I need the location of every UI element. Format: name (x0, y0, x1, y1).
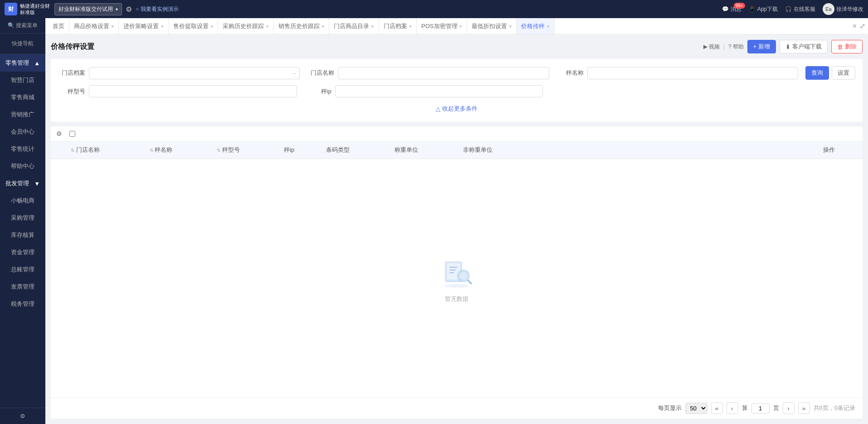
tab-price-settings[interactable]: 商品价格设置 × (69, 18, 119, 34)
video-link[interactable]: ▶ 视频 (703, 43, 720, 51)
sidebar-group-retail[interactable]: 零售管理 ▲ (0, 54, 45, 72)
sidebar-item-marketing[interactable]: 营销推广 (0, 106, 45, 123)
select-all-checkbox[interactable] (69, 131, 75, 137)
help-icon: ? (728, 43, 731, 50)
prev-page-button[interactable]: ‹ (727, 402, 738, 414)
topbar-settings-icon[interactable]: ⚙ (126, 5, 132, 14)
data-table: ⇅ 门店名称 ⇅ 秤名称 ⇅ 秤型号 秤ip 条码类型 称重单位 非称重单位 操… (51, 141, 863, 159)
page-title: 价格传秤设置 (51, 42, 94, 52)
sort-icon-3[interactable]: ⇅ (217, 148, 220, 153)
page-input[interactable] (751, 403, 770, 414)
tab-home[interactable]: 首页 (48, 18, 69, 34)
tab-pos-close[interactable]: × (459, 24, 462, 29)
sort-icon[interactable]: ⇅ (71, 148, 74, 153)
help-link[interactable]: ? 帮助 (728, 43, 744, 51)
tab-maximize-icon[interactable]: ⤢ (859, 22, 865, 30)
message-item[interactable]: 💬 消息 99+ (722, 5, 741, 13)
video-icon: ▶ (703, 43, 707, 50)
sidebar: 🔍 搜索菜单 快捷导航 零售管理 ▲ 智慧门店 零售商城 营销推广 会员中心 零… (0, 18, 45, 424)
scale-model-input[interactable] (89, 85, 297, 97)
sidebar-item-invoice[interactable]: 发票管理 (0, 278, 45, 295)
tab-sale-price-close[interactable]: × (210, 24, 213, 29)
sidebar-item-tax[interactable]: 税务管理 (0, 295, 45, 313)
tab-price-scale-label: 价格传秤 (521, 22, 545, 30)
per-page-select[interactable]: 50 (685, 403, 707, 414)
tab-close-all-icon[interactable]: × (853, 22, 857, 30)
tab-store-file[interactable]: 门店档案 × (379, 18, 417, 34)
tab-sale-history[interactable]: 销售历史价跟踪 × (274, 18, 329, 34)
settings-btn[interactable]: 设置 (832, 66, 855, 80)
sidebar-item-retail-stats[interactable]: 零售统计 (0, 140, 45, 158)
query-button[interactable]: 查询 (805, 66, 829, 80)
sidebar-item-help[interactable]: 帮助中心 (0, 158, 45, 175)
user-item[interactable]: Ea 徐泽华修改 (823, 3, 863, 15)
store-file-input[interactable] (89, 67, 300, 79)
last-page-button[interactable]: » (798, 402, 810, 414)
form-row-2: 秤型号 秤ip (58, 85, 855, 97)
tab-purchase-strategy[interactable]: 进价策略设置 × (119, 18, 168, 34)
tab-sale-history-label: 销售历史价跟踪 (278, 22, 320, 30)
sidebar-item-fund[interactable]: 资金管理 (0, 244, 45, 261)
download-icon: ⬇ (785, 43, 790, 50)
page-content: 价格传秤设置 ▶ 视频 | ? 帮助 + 新增 ⬇ (45, 34, 868, 424)
sidebar-quick-nav[interactable]: 快捷导航 (0, 34, 45, 54)
tab-pos[interactable]: POS加密管理 × (417, 18, 467, 34)
table-settings-icon[interactable]: ⚙ (56, 130, 62, 137)
search-icon: 🔍 (8, 22, 15, 29)
online-service-label: 在线客服 (794, 5, 815, 13)
tab-store-catalog[interactable]: 门店商品目录 × (329, 18, 379, 34)
online-service-item[interactable]: 🎧 在线客服 (785, 5, 815, 13)
topbar: 财 畅捷通好业财标准版 好业财标准版交付试用 ▾ ⚙ ○ 我要看实例演示 💬 消… (0, 0, 868, 18)
tab-store-file-close[interactable]: × (409, 24, 412, 29)
retail-label: 零售管理 (5, 59, 29, 67)
store-file-dots-icon[interactable]: ··· (291, 70, 296, 77)
tab-min-discount[interactable]: 最低折扣设置 × (467, 18, 517, 34)
sidebar-search[interactable]: 🔍 搜索菜单 (0, 18, 45, 34)
collapse-button[interactable]: △ 收起更多条件 (436, 103, 478, 115)
sidebar-item-ecommerce[interactable]: 小畅电商 (0, 192, 45, 209)
sidebar-group-wholesale[interactable]: 批发管理 ▼ (0, 175, 45, 192)
delete-button[interactable]: 🗑 删除 (831, 40, 863, 53)
tab-min-discount-close[interactable]: × (509, 24, 512, 29)
add-button[interactable]: + 新增 (747, 40, 776, 53)
help-label: 帮助 (733, 43, 744, 51)
tab-purchase-strategy-close[interactable]: × (161, 24, 163, 29)
collapse-row: △ 收起更多条件 (58, 103, 855, 115)
scale-name-input[interactable] (587, 67, 798, 79)
form-row-1: 门店档案 ··· 门店名称 秤名称 (58, 66, 855, 80)
tab-sale-history-close[interactable]: × (322, 24, 324, 29)
tab-store-catalog-close[interactable]: × (371, 24, 374, 29)
sidebar-item-purchase[interactable]: 采购管理 (0, 209, 45, 226)
tab-price-scale-close[interactable]: × (546, 24, 549, 29)
sidebar-item-smart-store[interactable]: 智慧门店 (0, 72, 45, 89)
sidebar-item-member[interactable]: 会员中心 (0, 123, 45, 140)
tab-purchase-history-close[interactable]: × (266, 24, 268, 29)
scale-ip-label: 秤ip (304, 87, 332, 96)
tab-sale-price[interactable]: 售价提取设置 × (169, 18, 218, 34)
sidebar-settings-icon[interactable]: ⚙ (0, 408, 45, 424)
demo-link[interactable]: ○ 我要看实例演示 (136, 5, 179, 13)
sort-icon-2[interactable]: ⇅ (150, 148, 153, 153)
next-page-button[interactable]: › (783, 402, 795, 414)
tab-home-label: 首页 (53, 22, 64, 30)
sidebar-item-inventory[interactable]: 库存核算 (0, 226, 45, 244)
tab-purchase-history[interactable]: 采购历史价跟踪 × (218, 18, 273, 34)
sidebar-item-ledger[interactable]: 总账管理 (0, 261, 45, 278)
scale-ip-input[interactable] (335, 85, 543, 97)
logo-text: 畅捷通好业财标准版 (20, 3, 50, 16)
sidebar-search-label: 搜索菜单 (16, 22, 38, 29)
search-actions: 查询 设置 (805, 66, 855, 80)
tabbar-end: × ⤢ (849, 22, 865, 30)
th-store-name: ⇅ 门店名称 (65, 141, 144, 159)
quick-nav-item[interactable]: 快捷导航 (0, 36, 45, 51)
download-button[interactable]: ⬇ 客户端下载 (780, 40, 828, 53)
svg-rect-6 (449, 267, 458, 268)
headset-icon: 🎧 (785, 6, 792, 12)
app-download-item[interactable]: 📱 App下载 (749, 5, 778, 13)
store-name-input[interactable] (338, 67, 549, 79)
version-dropdown[interactable]: 好业财标准版交付试用 ▾ (54, 3, 122, 15)
sidebar-item-retail-mall[interactable]: 零售商城 (0, 89, 45, 106)
tab-price-settings-close[interactable]: × (111, 24, 114, 29)
tab-price-scale[interactable]: 价格传秤 × (517, 18, 554, 34)
first-page-button[interactable]: « (711, 402, 723, 414)
